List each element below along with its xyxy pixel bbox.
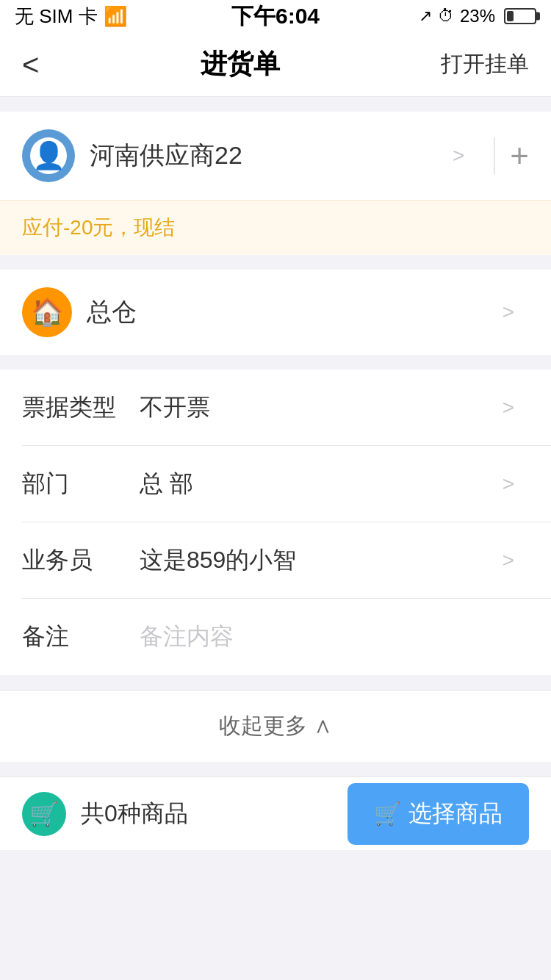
open-pending-button[interactable]: 打开挂单 bbox=[441, 49, 529, 79]
remark-placeholder: 备注内容 bbox=[140, 621, 529, 653]
warehouse-icon: 🏠 bbox=[31, 297, 64, 328]
supplier-chevron-icon: > bbox=[453, 144, 464, 167]
select-product-label: 选择商品 bbox=[408, 798, 503, 830]
product-icon-wrap: 🛒 bbox=[22, 792, 66, 836]
alarm-icon: ⏱ bbox=[438, 7, 454, 26]
invoice-row[interactable]: 票据类型 不开票 > bbox=[0, 370, 551, 446]
location-icon: ↗ bbox=[419, 7, 432, 26]
salesman-label: 业务员 bbox=[22, 544, 125, 577]
department-chevron-icon: > bbox=[503, 472, 514, 496]
supplier-section: 👤 河南供应商22 > + 应付-20元，现结 bbox=[0, 112, 551, 255]
status-left: 无 SIM 卡 📶 bbox=[15, 4, 127, 29]
notice-bar: 应付-20元，现结 bbox=[0, 200, 551, 255]
carrier-text: 无 SIM 卡 bbox=[15, 4, 98, 29]
warehouse-row[interactable]: 🏠 总仓 > bbox=[0, 270, 551, 355]
supplier-row[interactable]: 👤 河南供应商22 > + bbox=[0, 112, 551, 200]
section-divider-2 bbox=[0, 255, 551, 270]
add-button[interactable]: + bbox=[510, 140, 529, 172]
salesman-row[interactable]: 业务员 这是859的小智 > bbox=[0, 522, 551, 599]
notice-text: 应付-20元，现结 bbox=[22, 216, 175, 239]
battery-icon bbox=[504, 8, 536, 24]
department-row[interactable]: 部门 总 部 > bbox=[0, 446, 551, 522]
vertical-divider bbox=[494, 137, 495, 174]
warehouse-chevron-icon: > bbox=[503, 300, 514, 324]
battery-percent: 23% bbox=[460, 6, 495, 26]
person-icon: 👤 bbox=[32, 140, 65, 171]
select-product-icon: 🛒 bbox=[374, 801, 401, 826]
warehouse-name: 总仓 bbox=[87, 295, 503, 329]
select-product-button[interactable]: 🛒 选择商品 bbox=[347, 783, 529, 845]
section-divider-1 bbox=[0, 97, 551, 112]
status-right: ↗ ⏱ 23% bbox=[419, 6, 536, 26]
page-title: 进货单 bbox=[201, 46, 280, 82]
wifi-icon: 📶 bbox=[104, 5, 127, 28]
status-time: 下午6:04 bbox=[231, 1, 320, 32]
warehouse-section: 🏠 总仓 > bbox=[0, 270, 551, 355]
product-count: 共0种商品 bbox=[81, 798, 347, 830]
invoice-label: 票据类型 bbox=[22, 392, 125, 424]
invoice-chevron-icon: > bbox=[503, 396, 514, 419]
collapse-button[interactable]: 收起更多 ∧ bbox=[219, 711, 331, 741]
remark-label: 备注 bbox=[22, 621, 125, 653]
back-button[interactable]: < bbox=[22, 50, 39, 79]
product-icon: 🛒 bbox=[29, 800, 59, 828]
department-label: 部门 bbox=[22, 468, 125, 500]
background-fill bbox=[0, 850, 551, 980]
warehouse-icon-wrap: 🏠 bbox=[22, 287, 72, 337]
salesman-chevron-icon: > bbox=[503, 549, 514, 572]
collapse-section: 收起更多 ∧ bbox=[0, 690, 551, 762]
invoice-value: 不开票 bbox=[140, 392, 503, 424]
supplier-name: 河南供应商22 bbox=[90, 139, 453, 173]
avatar-inner: 👤 bbox=[30, 137, 67, 174]
nav-bar: < 进货单 打开挂单 bbox=[0, 32, 551, 97]
bottom-bar: 🛒 共0种商品 🛒 选择商品 bbox=[0, 777, 551, 850]
remark-row[interactable]: 备注 备注内容 bbox=[0, 599, 551, 675]
salesman-value: 这是859的小智 bbox=[140, 544, 503, 577]
supplier-avatar: 👤 bbox=[22, 129, 75, 182]
department-value: 总 部 bbox=[140, 468, 503, 500]
status-bar: 无 SIM 卡 📶 下午6:04 ↗ ⏱ 23% bbox=[0, 0, 551, 32]
form-section: 票据类型 不开票 > 部门 总 部 > 业务员 这是859的小智 > 备注 备注… bbox=[0, 370, 551, 675]
